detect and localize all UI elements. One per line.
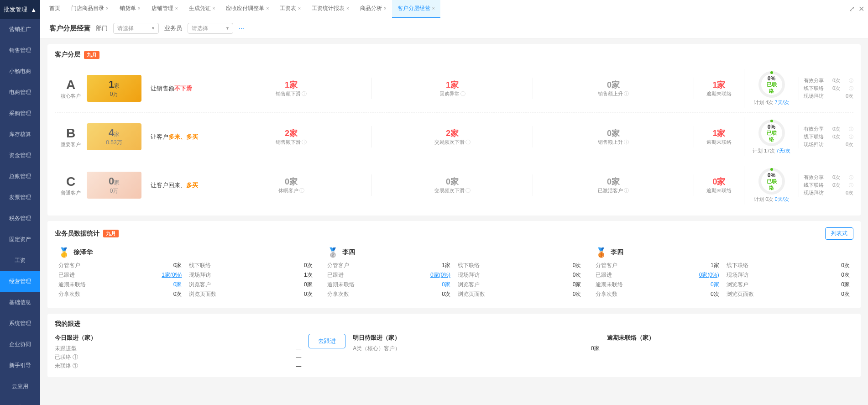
staff-stat-row: 现场拜访 0次 [727, 271, 850, 279]
close-all-icon[interactable]: ✕ [858, 5, 864, 13]
sidebar-toggle-icon[interactable]: ▲ [31, 6, 37, 13]
tab-close-应收应付调整单[interactable]: × [266, 6, 269, 11]
staff-card-2: 🥉 李四 分管客户 1家 线下联络 0次 已跟进 0家(0%) 现场拜访 0次 … [592, 243, 853, 302]
tier-contact-B: 1家 逾期未联络 [694, 126, 744, 147]
tab-close-客户分层经营[interactable]: × [432, 6, 435, 11]
staff-stat-row: 浏览客户 0家 [727, 281, 850, 289]
today-col-title: 今日跟进（家） [55, 334, 301, 342]
sidebar-item-工资[interactable]: 工资 [0, 250, 40, 271]
staff-name-row: 🥇 徐泽华 [58, 247, 313, 258]
sidebar-item-发票管理[interactable]: 发票管理 [0, 187, 40, 208]
staff-stats-grid: 分管客户 1家 线下联络 0次 已跟进 0家(0%) 现场拜访 0次 逾期未联络… [596, 262, 850, 298]
dept-select[interactable]: 请选择 [113, 23, 159, 34]
sidebar-item-固定资产[interactable]: 固定资产 [0, 229, 40, 250]
staff-name: 徐泽华 [73, 248, 93, 257]
tab-close-工资统计报表[interactable]: × [346, 6, 349, 11]
tier-label-A: A核心客户 [55, 78, 87, 100]
tier-stat-item: 1家 回购异常 ⓘ [372, 78, 533, 99]
sidebar-item-采购管理[interactable]: 采购管理 [0, 103, 40, 124]
tier-slogan-A: 让销售额不下滑 [147, 84, 211, 93]
sidebar-title: 批发管理 [4, 5, 27, 14]
tab-工资表[interactable]: 工资表× [274, 0, 306, 18]
tab-应收应付调整单[interactable]: 应收应付调整单× [220, 0, 274, 18]
right-stat-row: 现场拜访 0次 [804, 141, 853, 148]
tab-close-工资表[interactable]: × [298, 6, 301, 11]
scroll-content: 客户分层 九月 A核心客户1家0万让销售额不下滑 1家 销售额下滑 ⓘ 1家 回… [40, 39, 868, 405]
sidebar-item-营销推广[interactable]: 营销推广 [0, 19, 40, 40]
sidebar-item-总账管理[interactable]: 总账管理 [0, 166, 40, 187]
sidebar-item-库存核算[interactable]: 库存核算 [0, 124, 40, 145]
tier-row-B: B重要客户4家0.53万让客户多来、多买 2家 销售额下滑 ⓘ 2家 交易频次下… [55, 113, 853, 161]
tier-stat-item: 1家 销售额下滑 ⓘ [211, 78, 372, 99]
right-stat-row: 有效分享 0次 ⓘ [804, 174, 853, 181]
maximize-icon[interactable]: ⤢ [849, 5, 855, 13]
staff-stat-row: 线下联络 0次 [458, 262, 581, 269]
staff-stat-row: 分享次数 0次 [596, 290, 719, 298]
tier-stats-A: 1家 销售额下滑 ⓘ 1家 回购异常 ⓘ 0家 销售额上升 ⓘ [211, 78, 694, 99]
tab-close-门店商品目录[interactable]: × [106, 6, 109, 11]
tier-count-A: 1家0万 [87, 75, 141, 102]
right-stat-row: 有效分享 0次 ⓘ [804, 77, 853, 84]
list-view-btn[interactable]: 列表式 [825, 227, 853, 240]
sidebar-header[interactable]: 批发管理 ▲ [0, 0, 40, 19]
staff-stat-row: 浏览页面数 0次 [458, 290, 581, 298]
tab-工资统计报表[interactable]: 工资统计报表× [306, 0, 355, 18]
sidebar-item-企业协同[interactable]: 企业协同 [0, 334, 40, 355]
business-section: 业务员数据统计 九月 列表式 🥇 徐泽华 分管客户 0家 线下联络 0次 已跟进… [47, 221, 861, 308]
sidebar-settings[interactable]: ⚙ [0, 397, 40, 405]
tab-生成凭证[interactable]: 生成凭证× [183, 0, 221, 18]
sidebar-item-资金管理[interactable]: 资金管理 [0, 145, 40, 166]
sidebar-item-销售管理[interactable]: 销售管理 [0, 40, 40, 61]
tab-店铺管理[interactable]: 店铺管理× [146, 0, 183, 18]
tier-stat-item: 2家 销售额下滑 ⓘ [211, 126, 372, 147]
sales-select[interactable]: 请选择 [188, 23, 233, 34]
staff-stat-row: 逾期未联络 0家 [58, 281, 182, 289]
sidebar-item-新手引导[interactable]: 新手引导 [0, 355, 40, 376]
right-stat-row: 线下联络 0次 ⓘ [804, 133, 853, 141]
page-title: 客户分层经营 [49, 24, 90, 33]
sidebar: 批发管理 ▲ 营销推广销售管理小畅电商电商管理采购管理库存核算资金管理总账管理发… [0, 0, 40, 405]
today-followup-col: 今日跟进（家） 未跟进型 — 已联络 ① — 未联络 ① — [55, 334, 301, 371]
tab-close-销货单[interactable]: × [138, 6, 141, 11]
right-stat-row: 线下联络 0次 ⓘ [804, 84, 853, 92]
tab-close-商品分析[interactable]: × [384, 6, 387, 11]
tab-close-店铺管理[interactable]: × [175, 6, 178, 11]
dept-label: 部门 [96, 24, 108, 32]
tab-商品分析[interactable]: 商品分析× [355, 0, 392, 18]
tier-label-B: B重要客户 [55, 126, 87, 148]
tier-stat-item: 0家 休眠客户 ⓘ [211, 174, 372, 196]
tab-首页[interactable]: 首页 [44, 0, 66, 18]
sidebar-item-经营管理[interactable]: 经营管理 [0, 271, 40, 292]
sidebar-item-电商管理[interactable]: 电商管理 [0, 82, 40, 103]
tier-circle-C: 0% 已联络 计划 0次 0天/次 [744, 166, 799, 205]
month-badge: 九月 [84, 51, 99, 59]
tier-stat-item: 0家 销售额上升 ⓘ [533, 78, 694, 99]
tier-slogan-B: 让客户多来、多买 [147, 133, 211, 141]
right-stat-row: 现场拜访 0次 [804, 92, 853, 100]
sidebar-item-基础信息[interactable]: 基础信息 [0, 292, 40, 313]
tab-销货单[interactable]: 销货单× [114, 0, 146, 18]
overdue-col-title: 逾期未联络（家） [607, 334, 853, 342]
staff-stat-row: 线下联络 0次 [189, 262, 312, 269]
tier-slogan-C: 让客户回来、多买 [147, 181, 211, 189]
tier-stat-item: 0家 销售额上升 ⓘ [533, 126, 694, 147]
staff-name-row: 🥈 李四 [327, 247, 581, 258]
sidebar-item-系统管理[interactable]: 系统管理 [0, 313, 40, 334]
staff-name: 李四 [611, 248, 623, 257]
followup-grid: 今日跟进（家） 未跟进型 — 已联络 ① — 未联络 ① — 去跟进 [55, 334, 853, 371]
staff-medal-icon: 🥈 [327, 247, 339, 258]
staff-stat-row: 线下联络 0次 [727, 262, 850, 269]
more-filters-icon[interactable]: ··· [239, 24, 245, 32]
sidebar-item-小畅电商[interactable]: 小畅电商 [0, 61, 40, 82]
staff-stat-row: 浏览页面数 0次 [189, 290, 312, 298]
today-row-1: 未跟进型 — [55, 345, 301, 352]
sidebar-item-云应用[interactable]: 云应用 [0, 376, 40, 397]
sidebar-item-税务管理[interactable]: 税务管理 [0, 208, 40, 229]
tier-stats-B: 2家 销售额下滑 ⓘ 2家 交易频次下滑 ⓘ 0家 销售额上升 ⓘ [211, 126, 694, 147]
business-month-badge: 九月 [103, 230, 119, 237]
tab-close-生成凭证[interactable]: × [213, 6, 215, 11]
tab-客户分层经营[interactable]: 客户分层经营× [392, 0, 440, 18]
tab-门店商品目录[interactable]: 门店商品目录× [66, 0, 114, 18]
go-followup-btn[interactable]: 去跟进 [309, 334, 345, 348]
customer-section: 客户分层 九月 A核心客户1家0万让销售额不下滑 1家 销售额下滑 ⓘ 1家 回… [47, 44, 861, 216]
